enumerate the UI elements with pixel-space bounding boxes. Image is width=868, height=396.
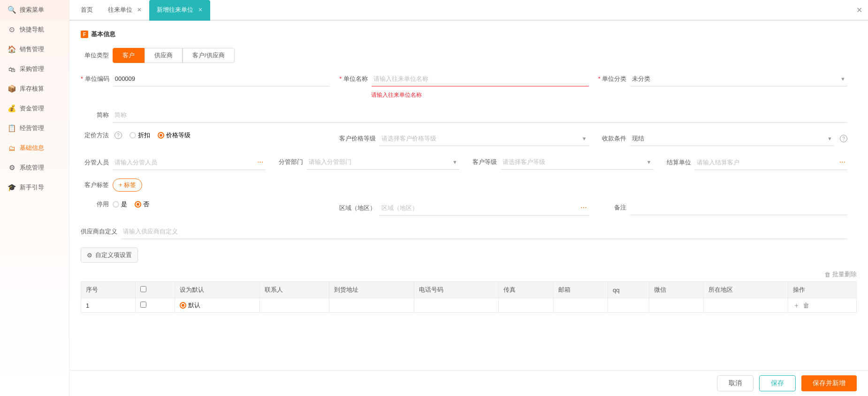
tab-new-counterparty-close[interactable]: ✕ — [198, 7, 203, 13]
manager-row: 分管人员 ··· 分管部门 请输入分管部门 ▼ 客户等级 请选择客户等级 ▼ — [81, 155, 857, 170]
customer-level-placeholder: 请选择客户等级 — [503, 158, 545, 166]
customer-price-level-label: 客户价格等级 — [339, 134, 376, 143]
sidebar-item-system[interactable]: ⚙ 系统管理 — [0, 158, 69, 178]
disable-radio-no[interactable]: 否 — [135, 200, 149, 209]
type-btn-customer[interactable]: 客户 — [113, 48, 145, 63]
row-contact — [259, 298, 329, 313]
disable-radio-yes[interactable]: 是 — [113, 200, 127, 209]
unit-category-select[interactable]: 未分类 ▼ — [630, 71, 847, 86]
custom-settings-button[interactable]: ⚙ 自定义项设置 — [81, 248, 138, 263]
col-region: 所在地区 — [703, 282, 788, 298]
sidebar-item-sales[interactable]: 🏠 销售管理 — [0, 39, 69, 59]
department-select[interactable]: 请输入分管部门 ▼ — [307, 155, 460, 170]
customer-price-level-arrow: ▼ — [582, 136, 587, 141]
sidebar-item-label-shortcut: 快捷导航 — [20, 25, 44, 34]
short-name-label: 简称 — [81, 111, 109, 119]
tab-counterparty-close[interactable]: ✕ — [137, 7, 142, 13]
sidebar-item-label-operations: 经营管理 — [20, 124, 44, 132]
save-new-button[interactable]: 保存并新增 — [801, 375, 857, 391]
batch-delete-label: 批量删除 — [832, 270, 857, 279]
customer-tag-row: 客户标签 + 标签 — [81, 179, 857, 192]
table-row: 1 默认 — [81, 298, 857, 313]
disable-no-circle — [135, 201, 141, 208]
supplier-custom-row: 供应商自定义 — [81, 224, 857, 239]
select-all-checkbox[interactable] — [140, 286, 146, 292]
row-phone — [414, 298, 499, 313]
tab-counterparty[interactable]: 往来单位 ✕ — [100, 0, 149, 21]
sidebar-item-shortcut[interactable]: ⊙ 快捷导航 — [0, 20, 69, 39]
customer-price-level-select[interactable]: 请选择客户价格等级 ▼ — [380, 131, 588, 146]
col-address: 到货地址 — [329, 282, 414, 298]
pricing-method-label: 定价方法 — [81, 131, 109, 140]
manager-label: 分管人员 — [81, 158, 109, 167]
disable-yes-label: 是 — [121, 200, 127, 209]
col-wechat: 微信 — [649, 282, 703, 298]
tab-home[interactable]: 首页 — [73, 0, 100, 21]
pricing-radio-price-level[interactable]: 价格等级 — [158, 131, 190, 140]
unit-code-input[interactable] — [113, 71, 330, 86]
type-btn-both[interactable]: 客户/供应商 — [183, 48, 235, 63]
manager-input[interactable] — [113, 155, 255, 170]
payment-terms-label: 收款条件 — [598, 134, 626, 143]
sidebar-item-finance[interactable]: 💰 资金管理 — [0, 99, 69, 118]
row-wechat — [649, 298, 703, 313]
row-default-label: 默认 — [188, 301, 200, 310]
payment-terms-select[interactable]: 现结 ▼ — [630, 131, 834, 146]
remark-label: 备注 — [598, 203, 626, 212]
sidebar-item-label-search: 搜索菜单 — [20, 6, 44, 14]
row-address — [329, 298, 414, 313]
unit-name-input[interactable] — [372, 71, 589, 86]
batch-delete-icon: 🗑 — [824, 271, 830, 278]
manager-field: 分管人员 ··· — [81, 155, 266, 170]
type-btn-supplier[interactable]: 供应商 — [145, 48, 183, 63]
price-level-radio-label: 价格等级 — [166, 131, 190, 140]
region-field: 区域（地区） ··· — [339, 200, 588, 216]
sidebar-item-guide[interactable]: 🎓 新手引导 — [0, 178, 69, 197]
tab-counterparty-label: 往来单位 — [108, 6, 132, 14]
close-all-tabs-button[interactable]: ✕ — [856, 6, 862, 15]
batch-delete-btn[interactable]: 🗑 批量删除 — [81, 270, 857, 279]
settlement-unit-input-group: ··· — [695, 155, 848, 170]
cancel-button[interactable]: 取消 — [717, 375, 754, 391]
payment-terms-help[interactable]: ? — [840, 135, 847, 142]
region-input[interactable] — [380, 200, 579, 215]
pricing-radio-discount[interactable]: 折扣 — [129, 131, 150, 140]
save-button[interactable]: 保存 — [759, 375, 796, 391]
sidebar-item-label-guide: 新手引导 — [20, 183, 44, 192]
sidebar-item-operations[interactable]: 📋 经营管理 — [0, 118, 69, 138]
tab-new-counterparty[interactable]: 新增往来单位 ✕ — [149, 0, 210, 21]
sidebar-item-label-purchase: 采购管理 — [20, 65, 44, 73]
settlement-unit-more-btn[interactable]: ··· — [838, 158, 847, 166]
add-tag-button[interactable]: + 标签 — [113, 179, 142, 192]
row-default-radio[interactable]: 默认 — [180, 301, 255, 310]
sidebar-item-purchase[interactable]: 🛍 采购管理 — [0, 59, 69, 79]
col-action: 操作 — [788, 282, 857, 298]
settlement-unit-input[interactable] — [695, 155, 838, 170]
supplier-custom-input[interactable] — [121, 224, 847, 239]
tab-home-label: 首页 — [81, 6, 93, 14]
sidebar-item-inventory[interactable]: 📦 库存核算 — [0, 79, 69, 99]
department-field: 分管部门 请输入分管部门 ▼ — [275, 155, 460, 170]
customer-level-select[interactable]: 请选择客户等级 ▼ — [501, 155, 654, 170]
row-checkbox-cell — [136, 298, 175, 313]
col-qq: qq — [608, 282, 649, 298]
pricing-row: 定价方法 ? 折扣 价格等级 客户价格等级 请选择客户价格等级 — [81, 131, 857, 146]
sidebar-item-search[interactable]: 🔍 搜索菜单 — [0, 0, 69, 20]
pricing-method-help[interactable]: ? — [114, 132, 122, 139]
short-name-input[interactable] — [113, 108, 847, 123]
unit-category-field: 单位分类 未分类 ▼ — [598, 71, 847, 86]
sidebar-item-basic[interactable]: 🗂 基础信息 — [0, 138, 69, 158]
pricing-radio-group: 折扣 价格等级 — [129, 131, 190, 140]
disable-radio-group: 是 否 — [113, 200, 149, 209]
region-more-btn[interactable]: ··· — [579, 203, 588, 212]
payment-terms-arrow: ▼ — [827, 136, 832, 141]
remark-input[interactable] — [630, 200, 847, 215]
unit-code-name-row: 单位编码 单位名称 请输入往来单位名称 单位分类 未分类 ▼ — [81, 71, 857, 99]
row-checkbox[interactable] — [140, 302, 146, 308]
manager-more-btn[interactable]: ··· — [255, 158, 265, 166]
shortcut-icon: ⊙ — [8, 25, 16, 34]
row-delete-btn[interactable]: 🗑 — [801, 302, 811, 309]
unit-category-label: 单位分类 — [598, 75, 627, 83]
row-add-btn[interactable]: + — [793, 302, 799, 309]
settlement-unit-field: 结算单位 ··· — [663, 155, 848, 170]
